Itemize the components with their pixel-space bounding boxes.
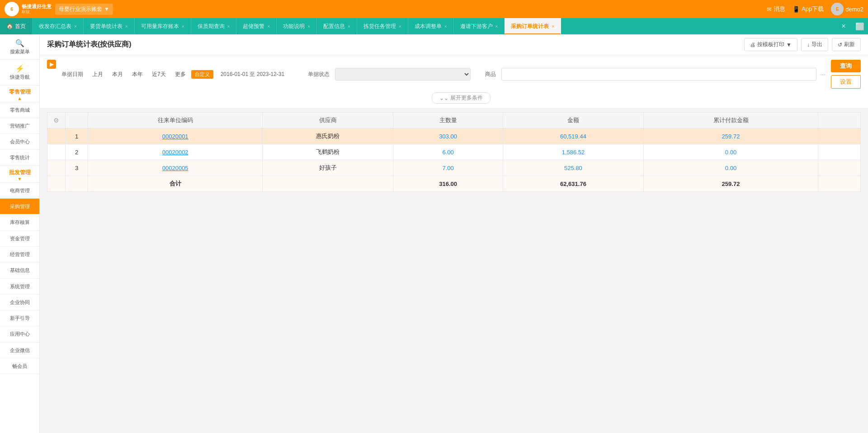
table-row[interactable]: 1 00020001 惠氏奶粉 303.00 60,519.44 259.72	[47, 128, 861, 144]
tab-cost-adjust-close[interactable]: ×	[444, 24, 447, 29]
print-button[interactable]: 🖨 按模板打印 ▼	[744, 38, 797, 51]
status-select-wrap	[335, 68, 471, 81]
sidebar-item-wholesale-label: 批发管理	[9, 169, 31, 176]
th-settings[interactable]: ⚙	[47, 113, 66, 128]
tab-overstock-warning-label: 超储预警	[243, 23, 264, 30]
app-download-action[interactable]: 📱 App下载	[793, 5, 824, 13]
sidebar-item-ecommerce[interactable]: 电商管理	[0, 183, 39, 199]
tab-function-desc-close[interactable]: ×	[307, 24, 310, 29]
sidebar-item-ecommerce-label: 电商管理	[10, 187, 30, 194]
cell-paid-amount-2[interactable]: 0.00	[643, 160, 818, 176]
cell-paid-amount-0[interactable]: 259.72	[643, 128, 818, 144]
tab-function-desc[interactable]: 功能说明 ×	[277, 18, 317, 34]
sidebar-item-app-center[interactable]: 应用中心	[0, 326, 39, 342]
footer-empty-1	[47, 176, 66, 192]
sidebar-item-retail-shop[interactable]: 零售商城	[0, 102, 39, 118]
cell-paid-amount-1[interactable]: 0.00	[643, 144, 818, 160]
tab-purchase-summary[interactable]: 采购订单统计表 ×	[505, 18, 561, 34]
logo-subtext: 标版	[22, 10, 52, 14]
tab-validity[interactable]: 保质期查询 ×	[191, 18, 237, 34]
tab-available-stock-close[interactable]: ×	[182, 24, 184, 29]
sidebar-item-inventory[interactable]: 库存核算	[0, 214, 39, 230]
tab-picking-task[interactable]: 拣货任务管理 ×	[357, 18, 408, 34]
nav-restore-btn[interactable]: ⬜	[852, 18, 868, 34]
sidebar-item-marketing[interactable]: 营销推广	[0, 118, 39, 134]
tab-invite-customer[interactable]: 邀请下游客户 ×	[454, 18, 505, 34]
refresh-button[interactable]: ↺ 刷新	[832, 38, 861, 51]
sidebar-item-newbie[interactable]: 新手引导	[0, 310, 39, 326]
sidebar-item-search[interactable]: 🔍 搜索菜单	[0, 34, 39, 60]
date-btn-this-month[interactable]: 本月	[108, 70, 127, 79]
sidebar-item-basics[interactable]: 基础信息	[0, 262, 39, 278]
tab-overstock-warning[interactable]: 超储预警 ×	[236, 18, 277, 34]
message-label: 消息	[774, 5, 785, 13]
sidebar-item-member2[interactable]: 畅会员	[0, 358, 39, 374]
sidebar-item-finance[interactable]: 资金管理	[0, 231, 39, 247]
cell-supplier-code-0[interactable]: 00020001	[88, 128, 263, 144]
sidebar-item-system[interactable]: 系统管理	[0, 279, 39, 295]
user-area[interactable]: E demo2	[831, 3, 863, 15]
tab-config-info[interactable]: 配置信息 ×	[317, 18, 357, 34]
nav-close-btn[interactable]: ×	[835, 18, 852, 34]
date-btn-this-year[interactable]: 本年	[128, 70, 146, 79]
filter-collapse-button[interactable]: ▶	[47, 60, 56, 69]
cell-main-qty-1[interactable]: 6.00	[393, 144, 503, 160]
expand-more-button[interactable]: ⌄⌄ 展开更多条件	[432, 92, 491, 104]
tab-available-stock[interactable]: 可用量库存账本 ×	[135, 18, 191, 34]
sidebar-item-enterprise-coop-label: 企业协同	[10, 299, 30, 305]
date-btn-more[interactable]: 更多	[171, 70, 189, 79]
sidebar-item-purchase[interactable]: 采购管理	[0, 199, 39, 214]
print-label: 按模板打印	[757, 41, 784, 48]
tab-goods-summary-close[interactable]: ×	[125, 24, 128, 29]
date-btn-last-month[interactable]: 上月	[89, 70, 107, 79]
tab-validity-close[interactable]: ×	[227, 24, 230, 29]
tab-purchase-summary-label: 采购订单统计表	[511, 23, 549, 30]
tab-config-info-close[interactable]: ×	[348, 24, 350, 29]
export-button[interactable]: ↓ 导出	[801, 38, 828, 51]
workspace-selector[interactable]: 母婴行业演示账套 ▼	[55, 4, 113, 15]
status-filter-label: 单据状态	[308, 71, 330, 78]
table-row[interactable]: 3 00020005 好孩子 7.00 525.80 0.00	[47, 160, 861, 176]
th-paid-amount-label: 累计付款金额	[713, 116, 749, 124]
goods-input[interactable]	[501, 68, 816, 81]
date-btn-7days[interactable]: 近7天	[148, 70, 170, 79]
tab-cost-adjust[interactable]: 成本调整单 ×	[408, 18, 454, 34]
cell-amount-2[interactable]: 525.80	[503, 160, 644, 176]
sidebar-item-operations[interactable]: 经营管理	[0, 247, 39, 262]
tab-purchase-summary-close[interactable]: ×	[552, 24, 554, 29]
tab-picking-task-close[interactable]: ×	[399, 24, 401, 29]
goods-more-icon[interactable]: ···	[820, 71, 826, 78]
table-row[interactable]: 2 00020002 飞鹤奶粉 6.00 1,586.52 0.00	[47, 144, 861, 160]
tab-overstock-warning-close[interactable]: ×	[267, 24, 270, 29]
quicknav-icon: ⚡	[15, 64, 24, 73]
export-label: 导出	[811, 41, 822, 48]
tab-collect-pay-close[interactable]: ×	[74, 24, 77, 29]
custom-date-tag[interactable]: 自定义	[191, 70, 213, 79]
cell-supplier-code-2[interactable]: 00020005	[88, 160, 263, 176]
sidebar-item-member[interactable]: 会员中心	[0, 134, 39, 150]
message-action[interactable]: ✉ 消息	[767, 5, 785, 13]
sidebar-item-retail-stats[interactable]: 零售统计	[0, 150, 39, 166]
sidebar-item-quicknav-label: 快捷导航	[10, 74, 30, 80]
column-settings-icon[interactable]: ⚙	[53, 117, 59, 124]
search-icon: 🔍	[15, 39, 24, 48]
print-dropdown-icon: ▼	[786, 42, 792, 48]
tab-goods-summary[interactable]: 要货单统计表 ×	[84, 18, 135, 34]
status-select[interactable]	[335, 68, 471, 81]
cell-amount-0[interactable]: 60,519.44	[503, 128, 644, 144]
cell-amount-1[interactable]: 1,586.52	[503, 144, 644, 160]
tab-invite-customer-close[interactable]: ×	[495, 24, 498, 29]
th-paid-amount: 累计付款金额	[643, 113, 818, 128]
sidebar-item-enterprise-coop[interactable]: 企业协同	[0, 295, 39, 310]
sidebar-item-wholesale[interactable]: 批发管理 ▼	[0, 166, 39, 183]
sidebar-item-quicknav[interactable]: ⚡ 快捷导航	[0, 60, 39, 85]
sidebar-item-retail[interactable]: 零售管理 ▲	[0, 86, 39, 102]
cell-main-qty-0[interactable]: 303.00	[393, 128, 503, 144]
tab-home[interactable]: 🏠 首页	[0, 18, 33, 34]
cell-main-qty-2[interactable]: 7.00	[393, 160, 503, 176]
query-button[interactable]: 查询	[831, 60, 861, 72]
filter-settings-button[interactable]: 设置	[831, 75, 861, 89]
tab-collect-pay[interactable]: 收发存汇总表 ×	[33, 18, 84, 34]
cell-supplier-code-1[interactable]: 00020002	[88, 144, 263, 160]
sidebar-item-enterprise-wechat[interactable]: 企业微信	[0, 343, 39, 358]
